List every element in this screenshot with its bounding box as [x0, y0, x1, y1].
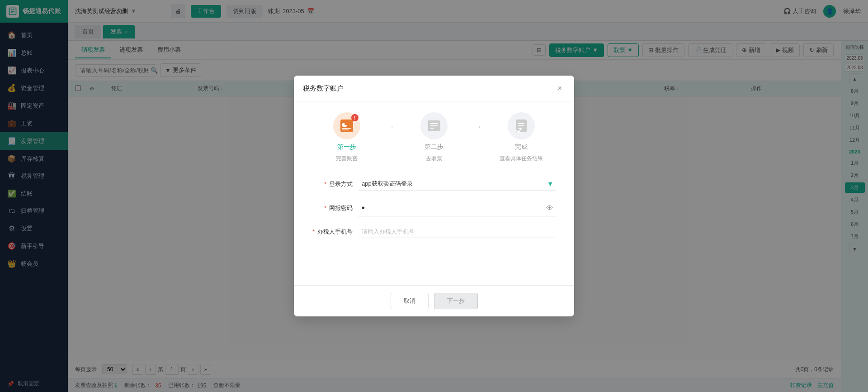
- step-3-desc: 查看具体任务结果: [500, 155, 543, 163]
- modal-header: 税务数字账户 ×: [294, 76, 574, 101]
- step-3-icon-wrap: [508, 112, 535, 139]
- password-input-wrap: 👁: [358, 200, 556, 216]
- modal-body: ! 第一步 完善账密 →: [294, 101, 574, 285]
- login-method-row: * 登录方式 app获取验证码登录 ▼: [312, 177, 556, 191]
- step-1-desc: 完善账密: [336, 155, 358, 163]
- modal-backdrop: 税务数字账户 × !: [0, 0, 868, 392]
- password-row: * 网报密码 👁: [312, 200, 556, 216]
- password-input[interactable]: [358, 200, 543, 216]
- step-2-icon-wrap: [420, 112, 448, 139]
- step-1-label: 第一步: [337, 143, 356, 151]
- modal-close-btn[interactable]: ×: [554, 83, 565, 94]
- steps-container: ! 第一步 完善账密 →: [312, 112, 556, 163]
- modal-form: * 登录方式 app获取验证码登录 ▼ * 网报密码: [312, 177, 556, 238]
- phone-label: * 办税人手机号: [312, 228, 353, 236]
- step-3: 完成 查看具体任务结果: [487, 112, 556, 163]
- tax-digital-modal: 税务数字账户 × !: [294, 76, 574, 316]
- step-2-label: 第二步: [425, 143, 443, 151]
- password-label: * 网报密码: [312, 204, 353, 212]
- step-2: 第二步 去取票: [399, 112, 468, 163]
- phone-input[interactable]: [358, 225, 556, 238]
- modal-next-btn[interactable]: 下一步: [434, 293, 478, 309]
- svg-point-8: [344, 123, 347, 125]
- step-3-label: 完成: [515, 143, 528, 151]
- password-toggle-icon[interactable]: 👁: [543, 204, 556, 212]
- phone-row: * 办税人手机号: [312, 225, 556, 238]
- step-1-icon-wrap: !: [333, 112, 360, 139]
- modal-spacer: [312, 247, 556, 274]
- login-method-select[interactable]: app获取验证码登录 ▼: [358, 177, 556, 191]
- login-method-label: * 登录方式: [312, 180, 353, 188]
- step-2-desc: 去取票: [426, 155, 442, 163]
- step-arrow-2: →: [469, 112, 487, 132]
- step-1: ! 第一步 完善账密: [312, 112, 381, 163]
- step-2-icon: [426, 118, 442, 134]
- login-method-value: app获取验证码登录: [358, 177, 544, 191]
- modal-title: 税务数字账户: [303, 84, 344, 93]
- step-arrow-1: →: [381, 112, 399, 132]
- step-1-error-badge: !: [351, 114, 359, 121]
- step-3-icon: [513, 118, 529, 134]
- login-method-arrow-icon[interactable]: ▼: [544, 180, 556, 187]
- modal-cancel-btn[interactable]: 取消: [391, 293, 429, 309]
- modal-footer: 取消 下一步: [294, 285, 574, 316]
